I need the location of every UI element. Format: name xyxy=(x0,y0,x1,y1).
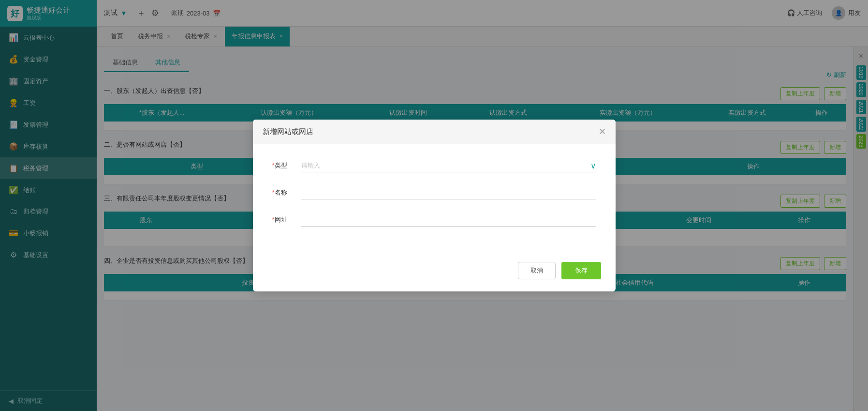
name-input[interactable] xyxy=(301,186,596,199)
cancel-button[interactable]: 取消 xyxy=(518,262,556,279)
required-star: * xyxy=(272,189,275,196)
dialog-body: *类型 ∨ *名称 *网址 xyxy=(253,144,616,255)
required-star: * xyxy=(272,216,275,223)
type-dropdown-icon[interactable]: ∨ xyxy=(590,161,596,170)
dialog-footer: 取消 保存 xyxy=(253,255,616,291)
dialog-overlay: 新增网站或网店 ✕ *类型 ∨ *名称 xyxy=(0,0,868,411)
name-input-wrap xyxy=(301,186,596,199)
name-label: *名称 xyxy=(272,188,301,197)
dialog-header: 新增网站或网店 ✕ xyxy=(253,120,616,144)
dialog-title: 新增网站或网店 xyxy=(263,127,313,137)
type-label: *类型 xyxy=(272,161,301,170)
url-input[interactable] xyxy=(301,213,596,227)
type-input-wrap: ∨ xyxy=(301,159,596,172)
dialog-close-icon[interactable]: ✕ xyxy=(599,126,606,137)
form-row-type: *类型 ∨ xyxy=(272,159,596,172)
form-row-name: *名称 xyxy=(272,186,596,199)
url-input-wrap xyxy=(301,213,596,227)
type-input[interactable] xyxy=(301,159,596,172)
add-website-dialog: 新增网站或网店 ✕ *类型 ∨ *名称 xyxy=(253,120,616,291)
url-label: *网址 xyxy=(272,215,301,224)
required-star: * xyxy=(272,162,275,169)
form-row-url: *网址 xyxy=(272,213,596,227)
save-button[interactable]: 保存 xyxy=(561,262,601,279)
